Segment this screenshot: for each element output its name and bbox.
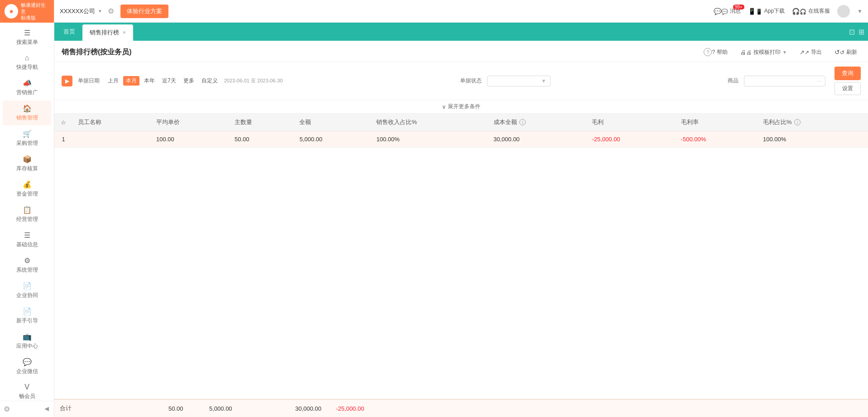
goods-filter-input[interactable]: ··· [744, 76, 825, 86]
sidebar-logo: ● 畅康通好生意 标准版 [0, 0, 54, 23]
member-icon: V [24, 383, 29, 391]
cost-info-icon[interactable]: i [519, 119, 526, 125]
col-avg-price-header: 平均单价 [151, 114, 229, 131]
online-service-btn[interactable]: 🎧 在线客服 [792, 7, 830, 15]
sales-icon: 🏠 [23, 104, 32, 113]
filter-settings-btn[interactable]: 设置 [834, 82, 861, 95]
table-footer: 合计 50.00 5,000.00 30,000.00 -25,000.00 [54, 399, 868, 417]
help-btn[interactable]: ? 帮助 [700, 46, 731, 58]
sidebar-item-quicknav[interactable]: ⌂ 快捷导航 [3, 50, 51, 75]
tab-minimize-btn[interactable]: ⊡ [849, 28, 855, 36]
expand-conditions-btn[interactable]: ∨ 展开更多条件 [442, 103, 480, 110]
tabbar: 首页 销售排行榜 × ⊡ ⊞ [54, 23, 868, 41]
app-icon: 📱 [748, 8, 762, 15]
trial-btn[interactable]: 体验行业方案 [120, 5, 168, 18]
filter-bar: ▶ 单据日期 上月 本月 本年 近7天 更多 自定义 2023-06-01 至 … [54, 62, 868, 100]
page-header: 销售排行榜(按业务员) ? 帮助 🖨 按模板打印 ▼ ↗ 导出 ↺ 刷新 [54, 41, 868, 62]
sidebar-item-label: 经营管理 [16, 216, 38, 223]
col-amount-header: 全额 [294, 114, 371, 131]
tab-close-btn[interactable]: × [123, 29, 126, 36]
template-print-btn[interactable]: 🖨 按模板打印 ▼ [737, 47, 791, 58]
filter-collapse-btn[interactable]: ▶ [62, 76, 72, 86]
operation-icon: 📋 [23, 206, 32, 214]
sidebar-footer: ⚙ ◄ [0, 401, 54, 417]
col-cost-header: 成本全额 i [488, 114, 587, 131]
export-icon: ↗ [800, 49, 809, 56]
col-gross-pct-header: 毛利占比% i [758, 114, 868, 131]
sidebar-item-system[interactable]: ⚙ 系统管理 [3, 253, 51, 278]
message-btn[interactable]: 💬 消息 99+ [714, 7, 741, 15]
goods-input-more[interactable]: ··· [817, 78, 821, 84]
sidebar-item-finance[interactable]: 💰 资金管理 [3, 177, 51, 201]
company-dropdown-arrow: ▼ [98, 9, 102, 14]
date-range-display: 2023-06-01 至 2023-06-30 [224, 77, 283, 84]
date-opt-last-month[interactable]: 上月 [105, 76, 121, 86]
gross-pct-info-icon[interactable]: i [794, 119, 801, 125]
page-header-actions: ? 帮助 🖨 按模板打印 ▼ ↗ 导出 ↺ 刷新 [700, 46, 861, 58]
sidebar-item-label: 系统管理 [16, 266, 38, 274]
sidebar-item-label: 快捷导航 [16, 63, 38, 71]
date-opt-this-month[interactable]: 本月 [123, 76, 139, 86]
tab-home[interactable]: 首页 [56, 23, 82, 41]
sidebar-item-inventory[interactable]: 📦 库存核算 [3, 151, 51, 176]
sidebar-settings-btn[interactable]: ⚙ [4, 405, 10, 413]
sidebar-item-label: 企业微信 [16, 368, 38, 375]
expand-conditions-row: ∨ 展开更多条件 [54, 100, 868, 114]
expand-label: 展开更多条件 [448, 103, 480, 110]
refresh-btn[interactable]: ↺ 刷新 [831, 47, 861, 58]
sidebar-item-purchase[interactable]: 🛒 采购管理 [3, 126, 51, 151]
guide-icon: 📄 [23, 307, 32, 316]
sidebar-item-marketing[interactable]: 📣 营销推广 [3, 75, 51, 100]
sidebar-item-wechat[interactable]: 💬 企业微信 [3, 354, 51, 379]
enterprise-icon: 📄 [23, 282, 32, 290]
cell-rank: 1 [54, 131, 72, 148]
date-opt-7days[interactable]: 近7天 [159, 76, 179, 86]
sidebar-item-search[interactable]: ☰ 搜索菜单 [3, 25, 51, 50]
cell-sales-pct: 100.00% [371, 131, 488, 148]
company-selector[interactable]: XXXXXX公司 ▼ [60, 7, 102, 15]
help-icon: ? [704, 48, 715, 56]
date-opt-this-year[interactable]: 本年 [141, 76, 158, 86]
sidebar-item-enterprise[interactable]: 📄 企业协同 [3, 278, 51, 303]
export-label: 导出 [811, 48, 822, 56]
sidebar-item-basic[interactable]: ☰ 基础信息 [3, 227, 51, 252]
rank-icon: ☆ [61, 119, 66, 126]
sidebar-item-label: 基础信息 [16, 241, 38, 249]
sidebar-item-label: 营销推广 [16, 89, 38, 96]
footer-cost: 30,000.00 [295, 405, 336, 412]
username-text: ▼ [857, 8, 863, 14]
settings-gear-icon[interactable] [108, 7, 114, 15]
tab-maximize-btn[interactable]: ⊞ [858, 28, 864, 36]
footer-total-label: 合计 [60, 404, 132, 412]
sidebar-item-sales[interactable]: 🏠 销售管理 [3, 101, 51, 125]
status-filter-select[interactable]: ▼ [487, 76, 551, 86]
status-select-arrow: ▼ [541, 78, 547, 84]
tab-active-label: 销售排行榜 [90, 29, 119, 37]
sidebar-item-guide[interactable]: 📄 新手引导 [3, 303, 51, 328]
app-download-btn[interactable]: 📱 App下载 [748, 7, 785, 15]
sidebar-item-label: 畅会员 [19, 393, 35, 400]
sidebar-item-operation[interactable]: 📋 经营管理 [3, 202, 51, 227]
help-label: 帮助 [717, 48, 728, 56]
table-body: 1 100.00 50.00 5,000.00 100.00% 30,000.0… [54, 131, 868, 148]
sidebar-item-member[interactable]: V 畅会员 [3, 379, 51, 401]
sidebar-collapse-btn[interactable]: ◄ [43, 405, 50, 413]
export-btn[interactable]: ↗ 导出 [796, 47, 825, 58]
basic-icon: ☰ [24, 231, 30, 240]
date-opt-custom[interactable]: 自定义 [199, 76, 221, 86]
template-print-arrow: ▼ [782, 50, 787, 55]
user-avatar[interactable] [837, 5, 850, 18]
sidebar-item-apps[interactable]: 📺 应用中心 [3, 329, 51, 354]
message-icon: 💬 [714, 8, 728, 15]
template-print-label: 按模板打印 [753, 48, 781, 56]
query-btn[interactable]: 查询 [834, 67, 861, 80]
username-display[interactable]: ▼ [857, 8, 863, 14]
company-name: XXXXXX公司 [60, 7, 95, 15]
wechat-icon: 💬 [23, 358, 32, 366]
table-header: ☆ 员工名称 平均单价 主数量 全额 销售收入占比% 成本全额 i 毛利 毛利率 [54, 114, 868, 131]
sidebar-nav: ☰ 搜索菜单 ⌂ 快捷导航 📣 营销推广 🏠 销售管理 🛒 采购管理 📦 库存核… [0, 23, 54, 401]
tab-sales-ranking[interactable]: 销售排行榜 × [82, 24, 133, 41]
sidebar-item-label: 销售管理 [16, 114, 38, 122]
date-options: 上月 本月 本年 近7天 更多 自定义 2023-06-01 至 2023-06… [105, 76, 283, 86]
date-opt-more[interactable]: 更多 [181, 76, 197, 86]
